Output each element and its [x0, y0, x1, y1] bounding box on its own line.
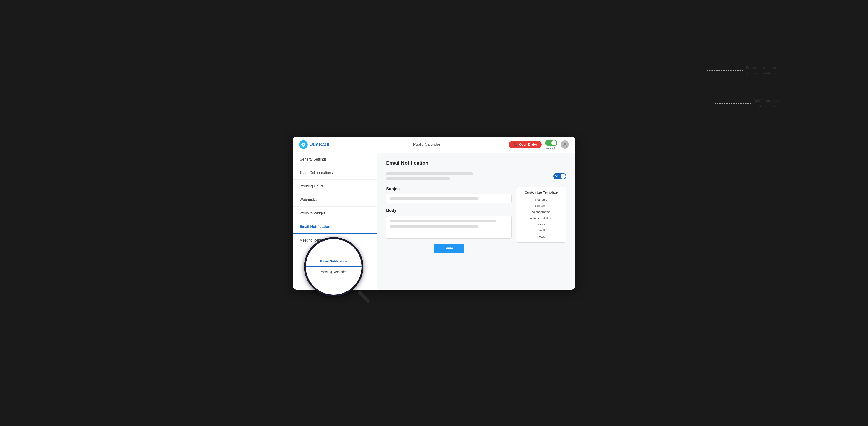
- on-toggle-switch[interactable]: ON: [553, 173, 566, 180]
- magnifier-handle: [358, 291, 370, 303]
- placeholder-line-1: [386, 173, 473, 175]
- param-customer-slottime[interactable]: customer_slottim...: [529, 216, 553, 220]
- body-textarea[interactable]: [386, 216, 512, 239]
- sidebar-item-working-hours[interactable]: Working Hours: [293, 180, 377, 193]
- availability-toggle-wrap: Available: [545, 140, 557, 149]
- magnifier-overlay: Email Notification Meeting Reminder: [304, 237, 368, 301]
- toggle-knob: [551, 141, 556, 146]
- available-label: Available: [546, 147, 556, 149]
- placeholder-lines: [386, 173, 473, 180]
- body-line-2: [390, 225, 478, 228]
- logo-icon: [299, 140, 308, 149]
- body-label: Body: [386, 208, 512, 213]
- add-param-annotation-text: Add Parameter to Email Template: [753, 98, 779, 109]
- form-row: Subject Body Save Customize Templat: [386, 187, 566, 253]
- sidebar-item-email-notification[interactable]: Email Notification: [293, 220, 377, 234]
- param-calendarname[interactable]: calendarname: [532, 210, 551, 214]
- dashed-line-2: [715, 103, 751, 104]
- content-area: Email Notification ON Subje: [377, 153, 575, 290]
- toggle-knob: [560, 174, 565, 179]
- param-lastname[interactable]: lastname: [535, 204, 547, 208]
- open-dialer-button[interactable]: 📞 Open Dialer: [509, 141, 541, 148]
- customize-template-box: Customize Template firstname lastname ca…: [516, 187, 566, 243]
- body-line-1: [390, 220, 496, 222]
- subject-placeholder: [390, 197, 478, 200]
- placeholder-line-2: [386, 177, 450, 180]
- zoomed-meeting-reminder: Meeting Reminder: [306, 267, 362, 277]
- sidebar-item-team-collaborations[interactable]: Team Collaborations: [293, 166, 377, 180]
- customize-template-title: Customize Template: [525, 190, 558, 194]
- header: JustCall Public Calendar 📞 Open Dialer A…: [293, 136, 575, 153]
- enable-annotation-text: Enable this option to send email notific…: [746, 65, 779, 76]
- toggle-row: ON: [386, 173, 566, 180]
- sidebar-item-webhooks[interactable]: Webhooks: [293, 193, 377, 207]
- magnifier-circle: Email Notification Meeting Reminder: [304, 237, 363, 297]
- logo-text: JustCall: [310, 142, 330, 148]
- zoomed-sidebar: Email Notification Meeting Reminder: [306, 254, 362, 279]
- user-avatar[interactable]: [561, 141, 569, 149]
- zoomed-email-notification: Email Notification: [306, 256, 362, 267]
- app-window: JustCall Public Calendar 📞 Open Dialer A…: [293, 136, 575, 290]
- subject-label: Subject: [386, 187, 512, 191]
- page-title: Public Calendar: [345, 142, 509, 147]
- svg-point-0: [564, 143, 566, 145]
- content-title: Email Notification: [386, 160, 566, 166]
- header-actions: 📞 Open Dialer Available: [509, 140, 569, 149]
- email-notification-toggle[interactable]: ON: [553, 173, 566, 180]
- sidebar-item-website-widget[interactable]: Website Widget: [293, 207, 377, 220]
- param-phone[interactable]: phone: [537, 222, 545, 226]
- phone-icon: 📞: [513, 143, 517, 146]
- toggle-annotation: Enable this option to send email notific…: [707, 65, 779, 76]
- customize-annotation: Add Parameter to Email Template: [715, 98, 779, 109]
- magnifier-content: Email Notification Meeting Reminder: [306, 239, 362, 295]
- dashed-line-1: [707, 70, 743, 71]
- on-label: ON: [555, 175, 559, 178]
- sidebar-item-general-settings[interactable]: General Settings: [293, 153, 377, 166]
- subject-input[interactable]: [386, 194, 512, 203]
- save-button[interactable]: Save: [434, 244, 464, 253]
- logo-area: JustCall: [299, 140, 345, 149]
- param-firstname[interactable]: firstname: [535, 197, 547, 202]
- availability-toggle[interactable]: [545, 140, 557, 146]
- param-email[interactable]: email: [537, 228, 545, 233]
- form-main: Subject Body Save: [386, 187, 512, 253]
- param-notes[interactable]: notes: [537, 235, 545, 239]
